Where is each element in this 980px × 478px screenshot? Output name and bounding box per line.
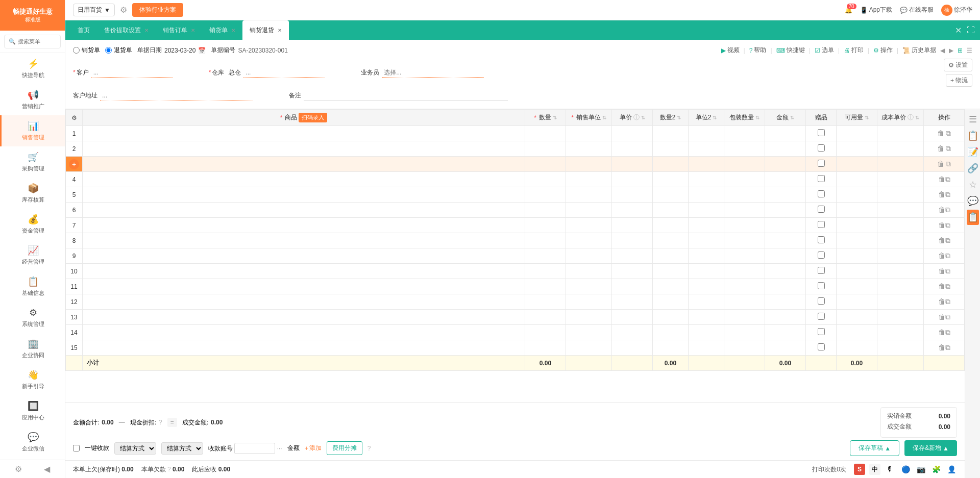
history-toolbar-item[interactable]: 📜 历史单据 [902, 46, 936, 55]
gift-checkbox[interactable] [818, 129, 825, 136]
expense-split-button[interactable]: 费用分摊 [327, 441, 362, 455]
sidebar-item-sales[interactable]: 📊 销售管理 [0, 115, 65, 146]
delete-row-button[interactable]: 🗑 [938, 267, 945, 275]
delete-row-button[interactable]: 🗑 [937, 160, 944, 168]
radio-sales[interactable]: 销货单 [73, 46, 100, 55]
list-view-icon[interactable]: ☰ [967, 47, 972, 54]
search-menu-button[interactable]: 🔍 搜索菜单 [4, 35, 61, 48]
save-draft-button[interactable]: 保存草稿 ▲ [850, 440, 899, 456]
tab-close-icon[interactable]: ✕ [191, 28, 195, 33]
delete-row-button[interactable]: 🗑 [937, 144, 944, 153]
select-toolbar-item[interactable]: ☑ 选单 [815, 46, 834, 55]
taskbar-icon-7[interactable]: 👤 [946, 464, 957, 475]
copy-row-button[interactable]: ⧉ [945, 343, 950, 352]
discount-help-icon[interactable]: ? [159, 419, 162, 426]
sidebar-item-system[interactable]: ⚙ 系统管理 [0, 302, 65, 333]
copy-row-button[interactable]: ⧉ [945, 175, 950, 184]
sidebar-item-app-center[interactable]: 🔲 应用中心 [0, 395, 65, 426]
delete-row-button[interactable]: 🗑 [938, 190, 945, 198]
delete-row-button[interactable]: 🗑 [938, 206, 945, 214]
quick-payment-checkbox[interactable] [73, 445, 80, 451]
add-payment-button[interactable]: + 添加 [305, 444, 322, 452]
right-sidebar-btn-5[interactable]: ☆ [967, 177, 979, 192]
account-dots[interactable]: ··· [277, 445, 282, 452]
help-toolbar-item[interactable]: ? 帮助 [749, 46, 767, 55]
sidebar-item-finance[interactable]: 💰 资金管理 [0, 209, 65, 240]
shortcut-toolbar-item[interactable]: ⌨ 快捷键 [776, 46, 805, 55]
tab-sales-return[interactable]: 销货退货 ✕ [242, 20, 289, 40]
delete-row-button[interactable]: 🗑 [938, 343, 945, 351]
settings-button[interactable]: ⚙ 设置 [944, 59, 972, 71]
sidebar-item-enterprise-wechat[interactable]: 💬 企业微信 [0, 426, 65, 458]
copy-row-button[interactable]: ⧉ [946, 129, 951, 138]
sidebar-settings-button[interactable]: ⚙ [15, 464, 22, 474]
right-sidebar-btn-7[interactable]: 📋 [967, 210, 979, 225]
sidebar-item-newcomer[interactable]: 👋 新手引导 [0, 364, 65, 395]
tab-sales-delivery[interactable]: 销货单 ✕ [202, 20, 242, 40]
calendar-icon[interactable]: 📅 [198, 47, 206, 54]
right-sidebar-btn-4[interactable]: 🔗 [967, 161, 979, 176]
delete-row-button[interactable]: 🗑 [937, 129, 944, 137]
copy-row-button[interactable]: ⧉ [945, 282, 950, 291]
taskbar-icon-5[interactable]: 📷 [915, 464, 926, 475]
industry-select[interactable]: 日用百货 ▼ [73, 4, 115, 16]
copy-row-button[interactable]: ⧉ [945, 221, 950, 230]
next-icon[interactable]: ▶ [949, 47, 953, 54]
tab-close-icon[interactable]: ✕ [144, 28, 149, 33]
expense-help-icon[interactable]: ? [368, 445, 371, 452]
copy-row-button[interactable]: ⧉ [945, 297, 950, 306]
operate-toolbar-item[interactable]: ⚙ 操作 [873, 46, 893, 55]
app-download-button[interactable]: 📱 App下载 [860, 6, 892, 14]
staff-input[interactable] [382, 68, 484, 78]
delete-row-button[interactable]: 🗑 [938, 297, 945, 306]
taskbar-icon-2[interactable]: 中 [869, 464, 880, 475]
delete-row-button[interactable]: 🗑 [938, 313, 945, 321]
sidebar-item-operations[interactable]: 📈 经营管理 [0, 240, 65, 271]
copy-row-button[interactable]: ⧉ [945, 206, 950, 214]
user-menu-button[interactable]: 徐 徐泽华 [941, 5, 972, 16]
warehouse-input[interactable] [243, 68, 325, 78]
sidebar-item-enterprise[interactable]: 🏢 企业协同 [0, 333, 65, 364]
topbar-gear-icon[interactable]: ⚙ [120, 5, 127, 15]
tab-price-settings[interactable]: 售价提取设置 ✕ [97, 20, 156, 40]
right-sidebar-btn-6[interactable]: 💬 [967, 193, 979, 209]
copy-row-button[interactable]: ⧉ [945, 267, 950, 275]
sidebar-item-inventory[interactable]: 📦 库存核算 [0, 178, 65, 209]
delete-row-button[interactable]: 🗑 [938, 236, 945, 244]
delete-row-button[interactable]: 🗑 [938, 251, 945, 260]
copy-row-button[interactable]: ⧉ [945, 313, 950, 321]
info-icon[interactable]: ⓘ [908, 113, 914, 122]
taskbar-icon-6[interactable]: 🧩 [930, 464, 942, 475]
taskbar-icon-3[interactable]: 🎙 [885, 464, 896, 475]
right-sidebar-btn-1[interactable]: ☰ [967, 112, 979, 127]
print-toolbar-item[interactable]: 🖨 打印 [844, 46, 864, 55]
delete-row-button[interactable]: 🗑 [938, 328, 945, 336]
right-sidebar-btn-2[interactable]: 📋 [967, 128, 979, 143]
add-row-button[interactable]: + [69, 159, 79, 169]
customer-input[interactable] [91, 68, 173, 78]
scan-button[interactable]: 扫码录入 [299, 113, 327, 122]
tab-sales-order[interactable]: 销售订单 ✕ [156, 20, 202, 40]
settlement-calc-select[interactable]: 结算方式 [161, 442, 203, 455]
taskbar-icon-1[interactable]: S [854, 464, 865, 475]
copy-row-button[interactable]: ⧉ [946, 144, 951, 153]
video-toolbar-item[interactable]: ▶ 视频 [721, 46, 740, 55]
product-input[interactable] [86, 160, 522, 168]
settlement-method-select[interactable]: 结算方式 [114, 442, 156, 455]
tab-close-icon[interactable]: ✕ [231, 28, 235, 33]
copy-row-button[interactable]: ⧉ [945, 190, 950, 199]
copy-row-button[interactable]: ⧉ [945, 236, 950, 245]
taskbar-icon-4[interactable]: 🔵 [900, 464, 911, 475]
sidebar-item-basic-info[interactable]: 📋 基础信息 [0, 271, 65, 302]
note-input[interactable] [304, 91, 508, 100]
right-sidebar-btn-3[interactable]: 📝 [967, 144, 979, 160]
save-new-button[interactable]: 保存&新增 ▲ [904, 440, 957, 456]
delete-row-button[interactable]: 🗑 [938, 221, 945, 229]
online-service-button[interactable]: 💬 在线客服 [900, 6, 934, 14]
delete-row-button[interactable]: 🗑 [938, 175, 945, 183]
close-all-tabs-button[interactable]: ✕ [955, 26, 962, 35]
copy-row-button[interactable]: ⧉ [945, 251, 950, 260]
col-settings[interactable]: ⚙ [66, 110, 83, 126]
copy-row-button[interactable]: ⧉ [945, 328, 950, 337]
address-input[interactable] [100, 91, 253, 100]
